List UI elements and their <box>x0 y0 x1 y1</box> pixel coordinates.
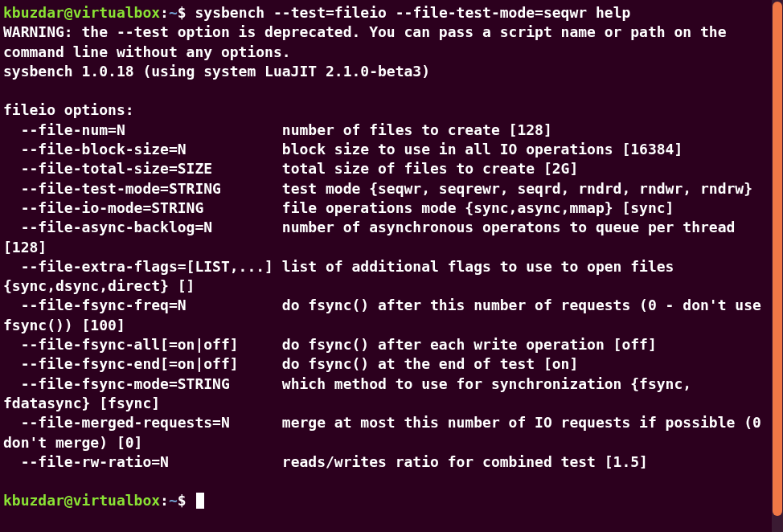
output-line-1: sysbench 1.0.18 (using system LuaJIT 2.1… <box>3 63 430 80</box>
output-line-0: WARNING: the --test option is deprecated… <box>3 23 735 59</box>
prompt-colon-2: : <box>160 492 169 509</box>
command-text: sysbench --test=fileio --file-test-mode=… <box>195 4 630 21</box>
prompt-at-2: @ <box>64 492 73 509</box>
output-line-16: --file-rw-ratio=N reads/writes ratio for… <box>3 453 648 470</box>
prompt-path: ~ <box>169 4 178 21</box>
output-line-7: --file-test-mode=STRING test mode {seqwr… <box>3 180 752 197</box>
output-line-8: --file-io-mode=STRING file operations mo… <box>3 199 674 216</box>
output-line-14: --file-fsync-mode=STRING which method to… <box>3 375 700 411</box>
scrollbar-thumb[interactable] <box>773 2 782 516</box>
output-line-12: --file-fsync-all[=on|off] do fsync() aft… <box>3 336 657 353</box>
prompt-host-2: virtualbox <box>73 492 160 509</box>
output-line-10: --file-extra-flags=[LIST,...] list of ad… <box>3 258 683 294</box>
prompt-colon: : <box>160 4 169 21</box>
terminal-output[interactable]: kbuzdar@virtualbox:~$ sysbench --test=fi… <box>3 3 780 511</box>
output-line-4: --file-num=N number of files to create [… <box>3 121 552 138</box>
output-line-11: --file-fsync-freq=N do fsync() after thi… <box>3 297 770 333</box>
prompt-user-2: kbuzdar <box>3 492 64 509</box>
prompt-line-2: kbuzdar@virtualbox:~$ <box>3 492 204 509</box>
prompt-user: kbuzdar <box>3 4 64 21</box>
prompt-at: @ <box>64 4 73 21</box>
output-line-5: --file-block-size=N block size to use in… <box>3 141 683 158</box>
output-line-13: --file-fsync-end[=on|off] do fsync() at … <box>3 355 578 372</box>
cursor-icon <box>196 493 204 509</box>
prompt-symbol: $ <box>178 4 187 21</box>
output-line-6: --file-total-size=SIZE total size of fil… <box>3 160 578 177</box>
output-line-15: --file-merged-requests=N merge at most t… <box>3 414 783 450</box>
prompt-host: virtualbox <box>73 4 160 21</box>
scrollbar-track[interactable] <box>772 0 783 532</box>
prompt-line-1: kbuzdar@virtualbox:~$ sysbench --test=fi… <box>3 4 630 21</box>
prompt-symbol-2: $ <box>178 492 187 509</box>
prompt-path-2: ~ <box>169 492 178 509</box>
output-line-3: fileio options: <box>3 101 134 118</box>
output-line-9: --file-async-backlog=N number of asynchr… <box>3 219 744 255</box>
